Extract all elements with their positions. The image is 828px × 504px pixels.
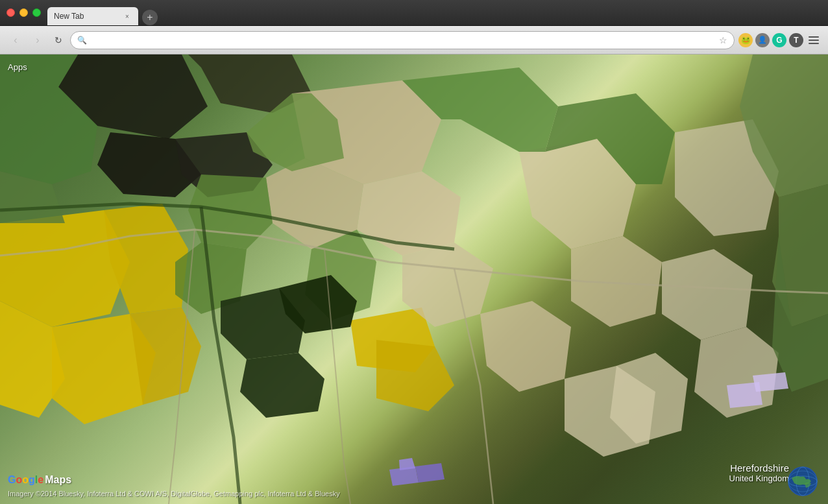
maps-text: Maps: [45, 474, 71, 486]
new-tab-button[interactable]: +: [142, 10, 158, 25]
maximize-button[interactable]: [32, 8, 41, 17]
browser-toolbar: ‹ › ↻ 🔍 ☆ 🐸 👤 G T: [0, 26, 828, 54]
profile-icon[interactable]: 👤: [755, 33, 770, 47]
google-maps-logo: Google Maps: [8, 474, 71, 486]
address-bar[interactable]: 🔍 ☆: [70, 31, 735, 49]
menu-line-2: [809, 40, 819, 41]
apps-label[interactable]: Apps: [8, 62, 27, 72]
active-tab[interactable]: New Tab ×: [47, 7, 138, 25]
forward-button[interactable]: ›: [29, 31, 47, 49]
google-o2-icon: o: [22, 474, 29, 485]
svg-marker-10: [376, 340, 454, 411]
back-button[interactable]: ‹: [6, 31, 25, 49]
google-g2-icon: g: [29, 474, 35, 485]
location-info: Herefordshire United Kingdom: [729, 462, 790, 483]
grammarly-extension-icon[interactable]: G: [772, 33, 786, 47]
tab-label: New Tab: [54, 12, 84, 21]
google-g-icon: G: [8, 474, 16, 485]
tampermonkey-extension-icon[interactable]: T: [789, 33, 803, 47]
svg-marker-28: [240, 353, 324, 418]
title-bar: New Tab × +: [0, 0, 828, 26]
tab-bar: New Tab × +: [47, 0, 822, 25]
bookmark-star-icon[interactable]: ☆: [719, 35, 727, 45]
menu-line-1: [809, 36, 819, 38]
menu-line-3: [809, 43, 819, 44]
close-button[interactable]: [6, 8, 15, 17]
map-attribution: Imagery ©2014 Bluesky, Infoterra Ltd & C…: [8, 490, 340, 498]
svg-marker-30: [662, 249, 753, 340]
location-country: United Kingdom: [729, 474, 790, 483]
window-controls: [6, 8, 41, 17]
google-e-icon: e: [38, 474, 43, 485]
tab-close-button[interactable]: ×: [123, 12, 132, 21]
location-name: Herefordshire: [729, 462, 790, 474]
minimize-button[interactable]: [19, 8, 28, 17]
toolbar-extensions: 🐸 👤 G T: [738, 32, 822, 48]
address-input[interactable]: [91, 35, 715, 45]
search-icon: 🔍: [77, 36, 87, 45]
reload-button[interactable]: ↻: [51, 32, 66, 48]
emoji-extension-icon[interactable]: 🐸: [738, 33, 753, 47]
browser-menu-button[interactable]: [806, 32, 822, 48]
svg-marker-15: [480, 301, 571, 392]
content-area: Apps Google Maps Imagery ©2014 Bluesky, …: [0, 54, 828, 504]
svg-marker-41: [753, 372, 788, 392]
google-o1-icon: o: [16, 474, 22, 485]
globe-icon[interactable]: [786, 465, 819, 498]
svg-marker-39: [415, 463, 444, 483]
svg-marker-38: [399, 458, 415, 470]
map-fields-overlay: [0, 54, 828, 504]
